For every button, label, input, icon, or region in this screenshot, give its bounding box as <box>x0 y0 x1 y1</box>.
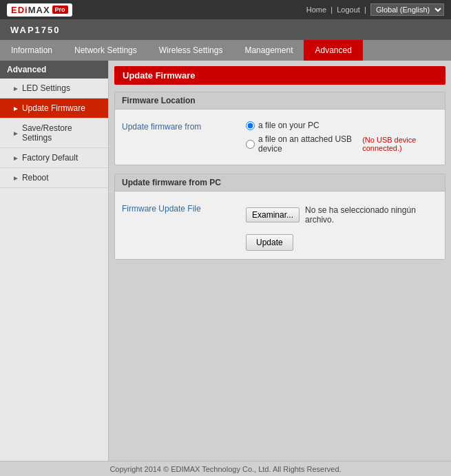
firmware-location-title: Firmware Location <box>115 92 445 110</box>
top-bar: EDiMAX Pro Home | Logout | Global (Engli… <box>0 0 451 19</box>
file-input-group: Examinar... No se ha seleccionado ningún… <box>246 203 438 227</box>
radio-usb[interactable] <box>246 140 255 149</box>
device-name: WAP1750 <box>10 25 61 35</box>
top-links: Home | Logout | Global (English) <box>306 3 444 16</box>
arrow-icon: ► <box>12 85 19 92</box>
footer: Copyright 2014 © EDIMAX Technology Co., … <box>0 461 451 476</box>
update-btn-row: Update <box>122 230 438 251</box>
nav-network-settings[interactable]: Network Settings <box>63 40 148 61</box>
sidebar-item-update-firmware[interactable]: ► Update Firmware <box>0 99 108 118</box>
usb-warning: (No USB device connected.) <box>362 136 438 152</box>
radio-group: a file on your PC a file on an attached … <box>246 121 438 154</box>
nav-advanced[interactable]: Advanced <box>304 40 362 61</box>
radio-usb-label: a file on an attached USB device <box>258 134 353 154</box>
main-area: Advanced ► LED Settings ► Update Firmwar… <box>0 61 451 461</box>
radio-pc[interactable] <box>246 121 255 130</box>
sidebar-factory-label: Factory Default <box>22 153 78 163</box>
update-button[interactable]: Update <box>246 234 293 251</box>
sidebar-item-led-settings[interactable]: ► LED Settings <box>0 79 108 99</box>
nav-wireless-settings[interactable]: Wireless Settings <box>148 40 234 61</box>
firmware-source-row: Update firmware from a file on your PC a… <box>122 118 438 156</box>
sidebar-save-label: Save/Restore Settings <box>22 123 101 143</box>
update-from-pc-title: Update firmware from PC <box>115 174 445 192</box>
sidebar-led-label: LED Settings <box>22 83 70 93</box>
language-select[interactable]: Global (English) <box>370 3 444 16</box>
radio-pc-option[interactable]: a file on your PC <box>246 121 438 130</box>
arrow-icon-factory: ► <box>12 154 19 162</box>
firmware-location-section: Firmware Location Update firmware from a… <box>114 92 445 165</box>
update-from-pc-section: Update firmware from PC Firmware Update … <box>114 174 445 260</box>
logout-link[interactable]: Logout <box>337 6 360 14</box>
arrow-icon-save: ► <box>12 130 19 137</box>
firmware-file-label: Firmware Update File <box>122 203 232 214</box>
footer-text: Copyright 2014 © EDIMAX Technology Co., … <box>109 465 341 473</box>
sidebar-reboot-label: Reboot <box>22 173 49 183</box>
update-from-pc-content: Firmware Update File Examinar... No se h… <box>115 192 445 259</box>
sidebar-firmware-label: Update Firmware <box>22 103 85 113</box>
nav-management[interactable]: Management <box>233 40 304 61</box>
device-bar: WAP1750 <box>0 19 451 40</box>
firmware-file-row: Firmware Update File Examinar... No se h… <box>122 200 438 230</box>
browse-button[interactable]: Examinar... <box>246 207 300 223</box>
sidebar-item-save-restore[interactable]: ► Save/Restore Settings <box>0 118 108 148</box>
page-title: Update Firmware <box>114 66 445 85</box>
arrow-icon-active: ► <box>12 105 19 112</box>
firmware-source-label: Update firmware from <box>122 121 232 132</box>
sidebar: Advanced ► LED Settings ► Update Firmwar… <box>0 61 109 461</box>
file-status-text: No se ha seleccionado ningún archivo. <box>305 205 438 225</box>
logo-area: EDiMAX Pro <box>7 3 72 17</box>
logo-text: EDiMAX <box>11 5 50 15</box>
radio-pc-label: a file on your PC <box>258 121 319 130</box>
sidebar-item-reboot[interactable]: ► Reboot <box>0 168 108 188</box>
sidebar-item-factory-default[interactable]: ► Factory Default <box>0 148 108 168</box>
arrow-icon-reboot: ► <box>12 174 19 182</box>
content-area: Update Firmware Firmware Location Update… <box>109 61 451 461</box>
nav-information[interactable]: Information <box>0 40 63 61</box>
home-link[interactable]: Home <box>306 6 326 14</box>
logo-pro: Pro <box>52 6 68 14</box>
nav-bar: Information Network Settings Wireless Se… <box>0 40 451 61</box>
firmware-location-content: Update firmware from a file on your PC a… <box>115 110 445 165</box>
logo-box: EDiMAX Pro <box>7 3 72 17</box>
radio-usb-option[interactable]: a file on an attached USB device (No USB… <box>246 134 438 154</box>
sidebar-header: Advanced <box>0 61 108 79</box>
